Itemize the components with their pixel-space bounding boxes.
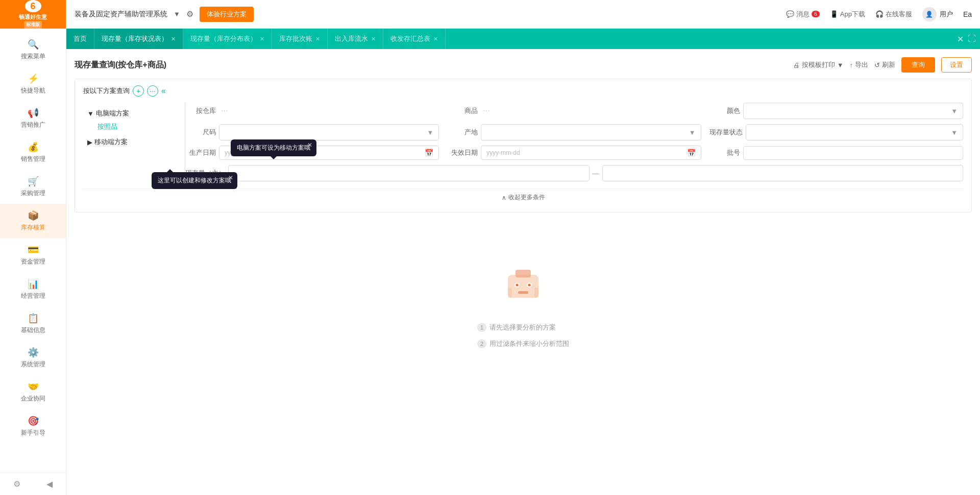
- sidebar-item-system[interactable]: ⚙️ 系统管理: [0, 341, 66, 375]
- batch-input[interactable]: [743, 146, 963, 160]
- tab-in-out[interactable]: 出入库流水 ✕: [328, 29, 383, 49]
- expire-date-label: 失效日期: [447, 148, 478, 157]
- tab-inventory-status-close[interactable]: ✕: [171, 36, 176, 42]
- collapse-button[interactable]: ∧ 收起更多条件: [83, 188, 963, 206]
- user-info[interactable]: 👤 用户: [922, 7, 953, 21]
- phone-icon: 📱: [830, 10, 838, 18]
- header-left: 装备及固定资产辅助管理系统 ▼ ⚙ 体验行业方案: [75, 7, 254, 22]
- refresh-action[interactable]: ↺ 刷新: [874, 60, 895, 69]
- size-select[interactable]: ▼: [219, 124, 439, 140]
- sidebar-item-nav[interactable]: ⚡ 快捷导航: [0, 67, 66, 101]
- app-download-action[interactable]: 📱 App下载: [830, 10, 865, 19]
- finance-icon: 💳: [28, 244, 39, 255]
- size-label: 尺码: [185, 128, 216, 137]
- tooltip-2-close[interactable]: ✕: [228, 174, 233, 181]
- color-arrow: ▼: [951, 107, 958, 115]
- sidebar-item-guide[interactable]: 🎯 新手引导: [0, 409, 66, 443]
- guide-icon: 🎯: [28, 415, 39, 427]
- collapse-icon[interactable]: ◀: [46, 479, 53, 489]
- sidebar-item-sales[interactable]: 💰 销售管理: [0, 135, 66, 170]
- empty-state: 1 请先选择要分析的方案 2 用过滤条件来缩小分析范围: [75, 219, 972, 391]
- size-arrow: ▼: [427, 129, 433, 136]
- filter-back-button[interactable]: «: [161, 86, 166, 96]
- mobile-scheme-item[interactable]: ▶ 移动端方案: [87, 135, 181, 149]
- print-arrow: ▼: [837, 61, 844, 69]
- sidebar-label-finance: 资金管理: [21, 257, 45, 266]
- sidebar-item-marketing[interactable]: 📢 营销推广: [0, 101, 66, 135]
- filter-add-button[interactable]: +: [133, 85, 144, 97]
- tab-home[interactable]: 首页: [66, 29, 94, 49]
- tab-batch-account[interactable]: 库存批次账 ✕: [272, 29, 328, 49]
- experience-button[interactable]: 体验行业方案: [200, 7, 254, 22]
- tab-inventory-dist[interactable]: 现存量（库存分布表） ✕: [183, 29, 272, 49]
- scheme-tooltip-2-text: 这里可以创建和修改方案哦: [158, 177, 231, 184]
- refresh-label: 刷新: [882, 60, 895, 69]
- page-title-bar: 现存量查询(按仓库+商品) 🖨 按模板打印 ▼ ↑ 导出 ↺ 刷新: [75, 57, 972, 73]
- page-title: 现存量查询(按仓库+商品): [75, 60, 166, 70]
- logo-badge: 标准版: [24, 21, 42, 29]
- sidebar-item-finance[interactable]: 💳 资金管理: [0, 238, 66, 272]
- stock-qty-to[interactable]: [602, 165, 964, 181]
- settings-filter-button[interactable]: 设置: [941, 57, 972, 73]
- query-button[interactable]: 查询: [901, 57, 935, 73]
- stock-status-arrow: ▼: [951, 129, 958, 136]
- tab-expand-btn[interactable]: ⛶: [968, 34, 976, 43]
- basic-icon: 📋: [28, 313, 39, 324]
- filter-more-button[interactable]: ···: [147, 85, 158, 97]
- logo-icon: 6: [25, 0, 41, 12]
- sidebar-item-basic[interactable]: 📋 基础信息: [0, 307, 66, 341]
- sidebar-logo: 6 畅通好生意 标准版: [0, 0, 66, 29]
- sidebar-item-enterprise[interactable]: 🤝 企业协同: [0, 375, 66, 409]
- tab-home-label: 首页: [74, 34, 87, 43]
- empty-step-2-text: 用过滤条件来缩小分析范围: [489, 337, 569, 350]
- pc-sub-item[interactable]: 按照品: [87, 120, 181, 131]
- svg-rect-6: [518, 291, 528, 294]
- sidebar-label-marketing: 营销推广: [21, 121, 45, 129]
- system-dropdown[interactable]: ▼: [174, 10, 180, 18]
- sidebar-item-search[interactable]: 🔍 搜索菜单: [0, 33, 66, 67]
- avatar-icon: 👤: [925, 11, 933, 18]
- sidebar-label-basic: 基础信息: [21, 326, 45, 335]
- goods-label: 商品: [447, 106, 478, 115]
- color-select[interactable]: ▼: [743, 103, 963, 119]
- tab-inventory-dist-close[interactable]: ✕: [260, 36, 264, 42]
- warehouse-dots[interactable]: ···: [221, 106, 228, 115]
- collapse-label: 收起更多条件: [508, 193, 545, 202]
- tab-close-all-btn[interactable]: ✕: [957, 34, 964, 44]
- origin-label: 产地: [447, 128, 478, 137]
- scheme-tooltip-2: 这里可以创建和修改方案哦 ✕: [152, 172, 237, 189]
- stock-status-select[interactable]: ▼: [746, 124, 963, 140]
- tab-batch-account-close[interactable]: ✕: [315, 36, 320, 42]
- tab-in-out-close[interactable]: ✕: [371, 36, 376, 42]
- expire-date-placeholder: yyyy-mm-dd: [486, 149, 520, 156]
- system-icon: ⚙️: [28, 347, 39, 358]
- sidebar-item-inventory[interactable]: 📦 库存核算: [0, 204, 66, 238]
- settings-bottom-icon[interactable]: ⚙: [13, 479, 20, 489]
- svg-point-5: [528, 284, 531, 287]
- field-goods: 商品 ···: [447, 106, 701, 115]
- goods-dots[interactable]: ···: [483, 106, 489, 115]
- stock-qty-from[interactable]: [228, 165, 590, 181]
- export-action[interactable]: ↑ 导出: [850, 60, 869, 69]
- tab-bar: 首页 现存量（库存状况表） ✕ 现存量（库存分布表） ✕ 库存批次账 ✕ 出入库…: [66, 29, 980, 49]
- expire-date-input[interactable]: yyyy-mm-dd 📅: [481, 146, 701, 160]
- origin-select[interactable]: ▼: [481, 124, 701, 140]
- print-action[interactable]: 🖨 按模板打印 ▼: [793, 60, 844, 69]
- pc-scheme-item[interactable]: ▼ 电脑端方案: [87, 107, 181, 120]
- message-action[interactable]: 💬 消息 6: [786, 10, 820, 19]
- tab-receipt-summary-label: 收发存汇总表: [390, 34, 430, 43]
- field-size: 尺码 ▼: [185, 124, 439, 140]
- online-support-action[interactable]: 🎧 在线客服: [875, 10, 912, 19]
- header-settings-icon[interactable]: ⚙: [186, 9, 193, 19]
- tab-receipt-summary[interactable]: 收发存汇总表 ✕: [383, 29, 446, 49]
- sidebar-item-purchase[interactable]: 🛒 采购管理: [0, 170, 66, 204]
- tooltip-1-close[interactable]: ✕: [307, 142, 312, 149]
- tab-inventory-status[interactable]: 现存量（库存状况表） ✕: [94, 29, 183, 49]
- produce-date-calendar-icon: 📅: [425, 149, 433, 157]
- sidebar: 6 畅通好生意 标准版 🔍 搜索菜单 ⚡ 快捷导航 📢 营销推广 💰 销售管理 …: [0, 0, 66, 495]
- purchase-icon: 🛒: [28, 176, 39, 187]
- expire-date-calendar-icon: 📅: [687, 149, 696, 157]
- sidebar-item-operations[interactable]: 📊 经营管理: [0, 272, 66, 307]
- tab-receipt-summary-close[interactable]: ✕: [433, 36, 438, 42]
- svg-rect-7: [508, 288, 512, 298]
